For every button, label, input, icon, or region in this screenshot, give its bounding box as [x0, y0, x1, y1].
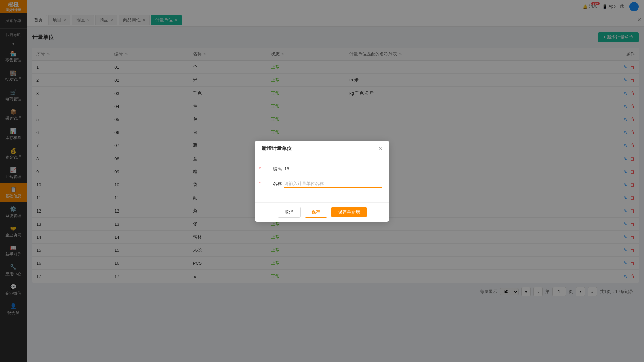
code-input[interactable] [284, 165, 382, 173]
save-button[interactable]: 保存 [305, 207, 327, 218]
modal-close-button[interactable]: ✕ [378, 145, 382, 152]
name-label: 名称 [262, 181, 282, 187]
modal-overlay: 新增计量单位 ✕ 编码 名称 取消 保存 保存并新增 [0, 0, 644, 362]
modal-header: 新增计量单位 ✕ [255, 141, 389, 157]
cancel-button[interactable]: 取消 [278, 207, 301, 218]
modal-title: 新增计量单位 [262, 145, 292, 152]
code-field-row: 编码 [262, 165, 382, 173]
name-field-row: 名称 [262, 180, 382, 188]
modal-footer: 取消 保存 保存并新增 [255, 202, 389, 222]
name-input[interactable] [284, 180, 382, 188]
add-unit-modal: 新增计量单位 ✕ 编码 名称 取消 保存 保存并新增 [255, 141, 389, 222]
code-label: 编码 [262, 166, 282, 172]
save-and-new-button[interactable]: 保存并新增 [331, 207, 367, 217]
modal-body: 编码 名称 [255, 157, 389, 202]
